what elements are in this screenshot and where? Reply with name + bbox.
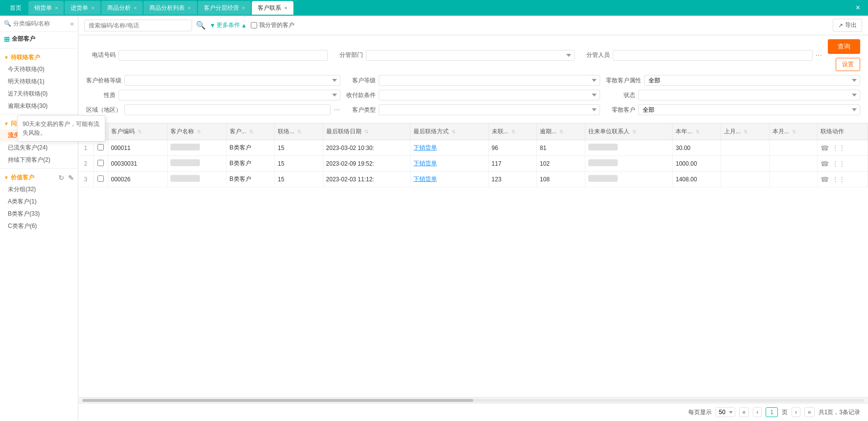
last-page-button[interactable]: » [804,407,815,417]
first-page-button[interactable]: « [739,407,749,417]
sidebar-item-overdue[interactable]: 逾期未联络(30) [0,100,78,112]
nav-tab-customer-layer[interactable]: 客户分层经营 × [198,1,251,15]
col-last-date[interactable]: 最后联络日期 ⇅ [323,124,410,140]
my-customers-checkbox-label[interactable]: 我分管的客户 [251,21,294,29]
nav-tab-goods-analysis[interactable]: 商品分析 × [101,1,143,15]
sidebar-item-class-a[interactable]: A类客户(1) [0,196,78,208]
col-category[interactable]: 客户... ⇅ [226,124,275,140]
settings-button[interactable]: 设置 [836,58,860,71]
next-page-button[interactable]: › [792,407,800,417]
zero-customer-label: 零散客户 [606,106,635,114]
col-last-month[interactable]: 上月... ⇅ [721,124,770,140]
col-this-month[interactable]: 本月... ⇅ [769,124,818,140]
filter-search-button[interactable]: 🔍 [196,21,206,30]
dept-select[interactable] [366,50,575,61]
purchase-tab-close[interactable]: × [91,5,94,11]
sidebar-section-value[interactable]: ▼ 价值客户 ↻ ✎ [0,171,78,183]
customer-layer-tab-close[interactable]: × [242,5,245,11]
nav-tab-purchase[interactable]: 进货单 × [65,1,100,15]
filter-more-conditions-button[interactable]: ▼ 更多条件 ▲ [210,21,247,29]
close-all-button[interactable]: × [852,3,864,12]
row3-phone-icon[interactable]: ☎ [820,175,829,183]
sidebar-item-tomorrow[interactable]: 明天待联络(1) [0,75,78,88]
nav-tab-goods-list[interactable]: 商品分析列表 × [144,1,196,15]
row2-last-method-link[interactable]: 下销货单 [413,160,437,167]
row2-checkbox[interactable] [97,160,104,166]
row1-checkbox[interactable] [97,144,104,150]
col-uncontacted[interactable]: 未联... ⇅ [488,124,537,140]
col-name[interactable]: 客户名称 ⇅ [167,124,226,140]
horizontal-scrollbar[interactable] [78,397,868,403]
row3-last-method[interactable]: 下销货单 [410,172,489,187]
row2-phone-icon[interactable]: ☎ [820,160,829,168]
row3-checkbox[interactable] [97,175,104,182]
sidebar-section-pending[interactable]: ▼ 待联络客户 [0,50,78,63]
row2-checkbox-cell[interactable] [93,156,108,172]
nav-tab-customer-contact[interactable]: 客户联系 × [252,1,293,15]
nav-tab-sales[interactable]: 销货单 × [28,1,64,15]
sidebar-search-input[interactable] [13,20,70,27]
payment-select[interactable] [379,90,601,100]
goods-list-tab-close[interactable]: × [188,5,191,11]
my-customers-checkbox[interactable] [251,22,257,28]
sidebar-item-7days[interactable]: 近7天待联络(0) [0,88,78,100]
per-page-select[interactable]: 50 [716,407,735,417]
sidebar-item-class-c[interactable]: C类客户(6) [0,220,78,232]
goods-analysis-tab-close[interactable]: × [134,5,137,11]
row3-category: B类客户 [226,172,275,187]
price-level-select[interactable] [124,75,340,86]
scrollbar-thumb[interactable] [82,399,473,402]
col-code[interactable]: 客户编码 ⇅ [108,124,167,140]
row2-last-method[interactable]: 下销货单 [410,156,489,172]
col-contact[interactable]: 联络... ⇅ [275,124,323,140]
col-overdue[interactable]: 逾期... ⇅ [537,124,585,140]
row3-last-method-link[interactable]: 下销货单 [413,175,437,182]
zero-attr-select[interactable]: 全部 [644,75,860,86]
sidebar-item-today[interactable]: 今天待联络(0) [0,63,78,75]
type-select[interactable] [379,104,601,115]
filter-search-input[interactable] [84,20,192,31]
content-area: 🔍 ▼ 更多条件 ▲ 我分管的客户 ↗ 导出 电话号码 [78,16,868,421]
manager-more-icon[interactable]: ··· [816,51,822,60]
zero-customer-select[interactable]: 全部 [638,104,860,115]
manager-input[interactable] [613,50,812,61]
row1-name-blurred [170,144,200,150]
row1-contact: 15 [275,140,323,156]
row1-more-icon[interactable]: ⋮⋮ [832,144,845,152]
customer-contact-tab-close[interactable]: × [284,5,287,11]
sidebar-item-churned[interactable]: 已流失客户(24) [0,142,78,154]
col-this-year[interactable]: 本年... ⇅ [673,124,721,140]
row3-more-icon[interactable]: ⋮⋮ [832,175,845,183]
value-section-edit-icon[interactable]: ✎ [68,174,74,182]
nature-select[interactable] [119,90,340,100]
row1-checkbox-cell[interactable] [93,140,108,156]
row1-last-method-link[interactable]: 下销货单 [413,144,437,151]
status-select[interactable] [638,90,860,100]
sidebar-collapse-button[interactable]: « [70,20,74,27]
status-label: 状态 [606,91,635,99]
level-select[interactable] [379,75,601,86]
row1-contact2-blurred [588,144,618,150]
nav-tab-home[interactable]: 首页 [4,1,27,15]
sidebar-item-class-b[interactable]: B类客户(33) [0,208,78,220]
row2-uncontacted: 117 [488,156,537,172]
prev-page-button[interactable]: ‹ [753,407,762,417]
col-contact2[interactable]: 往来单位联系人 ⇅ [585,124,673,140]
export-button[interactable]: ↗ 导出 [833,19,862,32]
row1-last-method[interactable]: 下销货单 [410,140,489,156]
value-section-refresh-icon[interactable]: ↻ [58,174,64,182]
sidebar-item-declining[interactable]: 持续下滑客户(2) [0,154,78,166]
sidebar-item-ungrouped[interactable]: 未分组(32) [0,183,78,196]
query-button[interactable]: 查询 [828,39,860,54]
sales-tab-close[interactable]: × [55,5,58,11]
phone-input[interactable] [119,50,328,61]
row1-phone-icon[interactable]: ☎ [820,144,829,152]
col-last-method[interactable]: 最后联络方式 ⇅ [410,124,489,140]
row3-checkbox-cell[interactable] [93,172,108,187]
sidebar-all-customers[interactable]: ⊞ 全部客户 [0,32,78,46]
area-more-icon[interactable]: ··· [334,105,340,114]
sidebar-divider-3 [0,168,78,169]
area-input[interactable] [124,104,331,115]
customer-layer-tab-label: 客户分层经营 [204,4,239,12]
row2-more-icon[interactable]: ⋮⋮ [832,160,845,168]
